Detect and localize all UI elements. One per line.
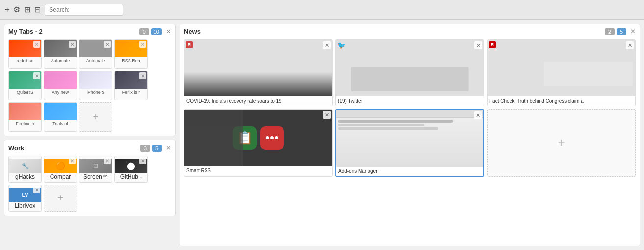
tab-item[interactable]: Any new [44,71,77,100]
tab-item[interactable]: ✕ QuiteRS [8,71,42,100]
tab-close-button[interactable]: ✕ [139,41,146,48]
news-item-close-button[interactable]: ✕ [626,41,634,49]
work-badge-left: 3 [140,145,150,152]
toolbar: + ⚙ ⊞ ⊟ [0,0,644,20]
news-add-item[interactable]: + [487,109,636,177]
r-badge-icon: R [489,41,496,48]
work-group: Work 3 5 ✕ 🔧 gHacks ✕ 🟠 Compar [4,140,176,216]
tab-close-button[interactable]: ✕ [33,72,40,79]
work-tabs-row: 🔧 gHacks ✕ 🟠 Compar ✕ 🖥 Screen™ ✕ [8,156,171,183]
tab-close-button[interactable]: ✕ [139,72,146,79]
news-badge-left: 2 [605,28,615,35]
tab-close-button[interactable]: ✕ [139,157,146,164]
my-tabs-title: My Tabs - 2 [8,28,43,35]
tab-item[interactable]: ✕ LV LibriVox [8,185,42,212]
news-header: News 2 5 ✕ [184,28,636,35]
tab-item[interactable]: ✕ RSS Rea [114,39,148,69]
grid-icon-1[interactable]: ⊞ [24,5,30,14]
tab-label: QuiteRS [9,89,41,96]
news-item-close-button[interactable]: ✕ [323,41,331,49]
news-group: News 2 5 ✕ ✕ R COVID-19: India's recover… [180,24,640,246]
work-header: Work 3 5 ✕ [8,144,171,152]
news-item-close-button[interactable]: ✕ [474,41,482,49]
tab-item[interactable]: iPhone S [79,71,112,100]
tab-label: LibriVox [15,202,36,209]
my-tabs-close-button[interactable]: ✕ [166,28,171,35]
smart-rss-red-icon: ••• [260,126,284,150]
news-grid: ✕ R COVID-19: India's recovery rate soar… [184,39,636,177]
tab-label: Any new [44,89,77,96]
tab-item[interactable]: Firefox fo [8,102,42,132]
news-close-button[interactable]: ✕ [630,28,636,35]
tab-label: gHacks [15,173,35,180]
news-item[interactable]: ✕ 📋 ••• Smart RSS [184,109,333,177]
tab-close-button[interactable]: ✕ [104,41,111,48]
tab-item[interactable]: 🔧 gHacks [8,156,42,183]
tab-item[interactable]: ✕ 🟠 Compar [44,156,77,183]
news-caption: Add-ons Manager [336,167,483,176]
grid-icon-2[interactable]: ⊟ [34,5,41,14]
news-item-close-button[interactable]: ✕ [323,111,331,119]
news-caption: Smart RSS [184,166,332,175]
left-column: My Tabs - 2 0 10 ✕ ✕ reddit.co ✕ [4,24,176,246]
tab-close-button[interactable]: ✕ [33,41,40,48]
tab-close-button[interactable]: ✕ [33,186,40,193]
tab-label: Automate [79,57,112,64]
search-input[interactable] [45,4,123,16]
news-item-selected[interactable]: ✕ Add-ons Manager [335,109,484,177]
tab-label: Fenix is r [115,89,147,96]
tab-label: RSS Rea [115,57,147,64]
add-icon: + [558,136,565,150]
twitter-icon: 🐦 [337,41,346,49]
tab-item[interactable]: ✕ Automate [79,39,112,69]
tab-label: Automate [44,57,77,64]
my-tabs-group: My Tabs - 2 0 10 ✕ ✕ reddit.co ✕ [4,24,176,136]
news-controls: 2 5 ✕ [605,28,636,35]
work-tabs-row2: ✕ LV LibriVox + [8,185,171,212]
work-badge-right: 5 [152,145,162,152]
news-caption: COVID-19: India's recovery rate soars to… [184,96,332,106]
tab-label: Trials of [44,120,77,127]
tab-item[interactable]: ✕ Fenix is r [114,71,148,100]
tab-label: Firefox fo [9,120,41,127]
work-title: Work [8,144,24,152]
news-thumb: 📋 ••• [184,110,332,166]
tab-item[interactable]: ✕ ⬤ GitHub - [114,156,148,183]
my-tabs-badge-left: 0 [139,28,149,35]
work-controls: 3 5 ✕ [140,144,171,152]
tab-close-button[interactable]: ✕ [69,157,76,164]
news-item[interactable]: ✕ R COVID-19: India's recovery rate soar… [184,39,333,106]
news-thumb [336,110,483,167]
my-tabs-header: My Tabs - 2 0 10 ✕ [8,28,171,35]
news-thumb: R [488,40,635,96]
news-caption: (19) Twitter [336,96,484,106]
tab-label: GitHub - [120,173,142,180]
main-content: My Tabs - 2 0 10 ✕ ✕ reddit.co ✕ [0,20,644,250]
tab-close-button[interactable]: ✕ [104,157,111,164]
news-thumb: 🐦 [336,40,484,96]
news-thumb: R [184,40,332,96]
tab-label: Compar [50,173,71,180]
tab-label: Screen™ [83,173,108,180]
news-item-close-button[interactable]: ✕ [474,111,482,119]
news-item[interactable]: ✕ 🐦 (19) Twitter [335,39,484,106]
tab-item[interactable]: ✕ 🖥 Screen™ [79,156,112,183]
tab-close-button[interactable]: ✕ [69,41,76,48]
add-tab-button[interactable]: + [5,5,9,14]
add-work-tab-button[interactable]: + [44,185,77,212]
news-badge-right: 5 [617,28,626,35]
tab-label: iPhone S [79,89,112,96]
my-tabs-grid: ✕ reddit.co ✕ Automate ✕ Automate [8,39,171,132]
settings-icon[interactable]: ⚙ [13,5,20,14]
news-title: News [184,28,201,35]
work-close-button[interactable]: ✕ [166,144,171,152]
news-item[interactable]: ✕ R Fact Check: Truth behind Congress cl… [487,39,636,106]
my-tabs-controls: 0 10 ✕ [139,28,171,35]
tab-item[interactable]: ✕ Automate [44,39,77,69]
add-tab-to-group-button[interactable]: + [79,102,112,132]
tab-label: reddit.co [9,57,41,64]
tab-item[interactable]: Trials of [44,102,77,132]
tab-item[interactable]: ✕ reddit.co [8,39,42,69]
news-caption: Fact Check: Truth behind Congress claim … [488,96,635,106]
my-tabs-badge-right: 10 [151,28,162,35]
